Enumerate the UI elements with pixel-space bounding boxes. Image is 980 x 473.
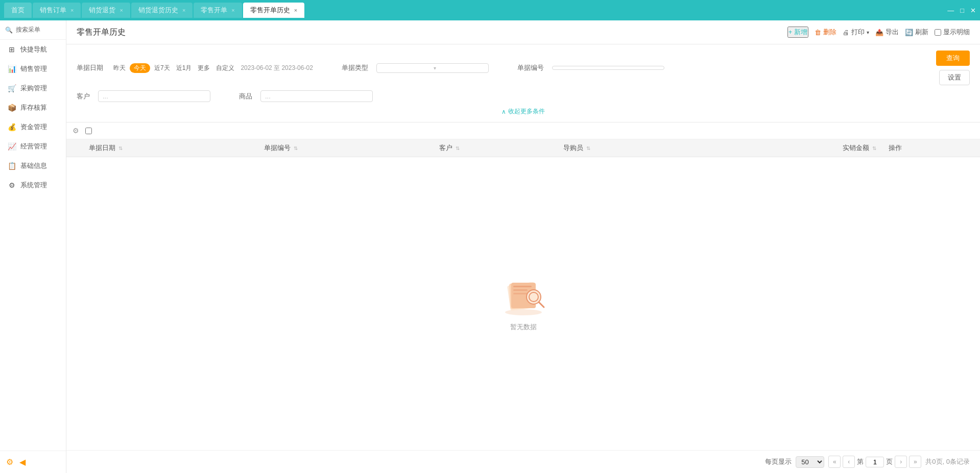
tab-home[interactable]: 首页 xyxy=(4,3,32,18)
table-area: ⚙ 单据日期 ⇅ 单据编号 ⇅ xyxy=(66,122,980,450)
date-btn-more[interactable]: 更多 xyxy=(196,63,212,73)
settings-button[interactable]: 设置 xyxy=(939,70,970,85)
refresh-button[interactable]: 🔄 刷新 xyxy=(905,28,928,37)
sidebar-item-label: 资金管理 xyxy=(20,122,47,132)
sidebar-bottom: ⚙ ◀ xyxy=(0,451,66,473)
tab-retail-open-label: 零售开单 xyxy=(201,6,227,15)
delete-icon: 🗑 xyxy=(815,29,821,36)
sidebar-collapse-icon[interactable]: ◀ xyxy=(19,457,26,467)
tab-retail-history[interactable]: 零售开单历史 × xyxy=(243,3,304,18)
sidebar-item-label: 快捷导航 xyxy=(20,45,47,54)
select-all-checkbox[interactable] xyxy=(85,128,92,134)
operations-icon: 📈 xyxy=(7,142,16,151)
customer-dots[interactable]: ... xyxy=(103,92,108,100)
date-range-display: 2023-06-02 至 2023-06-02 xyxy=(241,64,313,72)
tab-sales-return-history[interactable]: 销货退货历史 × xyxy=(131,3,193,18)
product-dots[interactable]: ... xyxy=(265,92,271,100)
purchase-mgmt-icon: 🛒 xyxy=(7,84,16,93)
th-guide[interactable]: 导购员 ⇅ xyxy=(557,139,707,157)
sidebar-search[interactable]: 🔍 搜索采单 xyxy=(0,20,66,40)
per-page-select[interactable]: 50 100 200 xyxy=(796,456,824,468)
sidebar-item-finance[interactable]: 💰 资金管理 xyxy=(0,117,66,137)
display-detail-checkbox-label[interactable]: 显示明细 xyxy=(935,28,970,37)
content-area: 零售开单历史 + 新增 🗑 删除 🖨 打印 ▾ 📤 导出 🔄 xyxy=(66,20,980,473)
table-header-row: 单据日期 ⇅ 单据编号 ⇅ 客户 ⇅ 导购员 ⇅ xyxy=(66,139,980,157)
add-button[interactable]: + 新增 xyxy=(787,27,808,38)
system-icon: ⚙ xyxy=(7,181,16,190)
type-select[interactable]: ▾ xyxy=(376,63,489,73)
search-icon: 🔍 xyxy=(5,27,13,34)
date-btn-7days[interactable]: 近7天 xyxy=(152,63,172,73)
sort-orderno-icon: ⇅ xyxy=(294,145,298,151)
date-shortcuts: 昨天 今天 近7天 近1月 更多 自定义 2023-06-02 至 2023-0… xyxy=(111,63,313,73)
order-no-input[interactable] xyxy=(552,66,664,70)
close-btn[interactable]: ✕ xyxy=(970,7,976,14)
tab-sales-order-close[interactable]: × xyxy=(70,7,74,13)
th-date[interactable]: 单据日期 ⇅ xyxy=(83,139,258,157)
quick-nav-icon: ⊞ xyxy=(7,45,16,54)
maximize-btn[interactable]: □ xyxy=(960,7,964,14)
sidebar-item-sales-mgmt[interactable]: 📊 销售管理 xyxy=(0,59,66,79)
tab-retail-history-label: 零售开单历史 xyxy=(250,6,290,15)
tab-sales-return-history-close[interactable]: × xyxy=(182,7,185,13)
table-settings-icon[interactable]: ⚙ xyxy=(73,127,79,135)
tab-sales-order[interactable]: 销售订单 × xyxy=(33,3,81,18)
date-btn-yesterday[interactable]: 昨天 xyxy=(111,63,128,73)
sort-customer-icon: ⇅ xyxy=(456,145,460,151)
query-section: 查询 设置 xyxy=(936,51,970,85)
sidebar: 🔍 搜索采单 ⊞ 快捷导航 📊 销售管理 🛒 采购管理 📦 库存核算 💰 资金管… xyxy=(0,20,66,473)
sidebar-item-label: 销售管理 xyxy=(20,64,47,73)
first-page-btn[interactable]: « xyxy=(828,456,841,468)
tab-retail-history-close[interactable]: × xyxy=(294,7,297,13)
product-input[interactable]: ... xyxy=(260,90,373,102)
sidebar-item-basic-info[interactable]: 📋 基础信息 xyxy=(0,156,66,176)
page-suffix: 页 xyxy=(886,457,893,466)
sidebar-gear-icon[interactable]: ⚙ xyxy=(6,457,13,467)
minimize-btn[interactable]: — xyxy=(947,7,954,14)
th-amount[interactable]: 实销金额 ⇅ xyxy=(707,139,882,157)
date-btn-1month[interactable]: 近1月 xyxy=(174,63,194,73)
th-order-no[interactable]: 单据编号 ⇅ xyxy=(258,139,433,157)
sidebar-item-inventory[interactable]: 📦 库存核算 xyxy=(0,98,66,117)
sidebar-item-purchase-mgmt[interactable]: 🛒 采购管理 xyxy=(0,79,66,98)
top-tabbar: 首页 销售订单 × 销货退货 × 销货退货历史 × 零售开单 × 零售开单历史 … xyxy=(0,0,980,20)
sidebar-item-quick-nav[interactable]: ⊞ 快捷导航 xyxy=(0,40,66,59)
date-btn-custom[interactable]: 自定义 xyxy=(214,63,236,73)
export-button[interactable]: 📤 导出 xyxy=(875,28,899,37)
sidebar-item-label: 采购管理 xyxy=(20,84,47,93)
filter-area: 单据日期 昨天 今天 近7天 近1月 更多 自定义 2023-06-02 至 2… xyxy=(66,44,980,122)
next-page-btn[interactable]: › xyxy=(895,456,907,468)
inventory-icon: 📦 xyxy=(7,103,16,112)
tab-retail-open-close[interactable]: × xyxy=(231,7,234,13)
collapse-filter-btn[interactable]: ∧ 收起更多条件 xyxy=(77,107,970,116)
svg-rect-4 xyxy=(513,286,532,287)
pagination: 每页显示 50 100 200 « ‹ 第 页 › » 共0页, 0条记录 xyxy=(66,450,980,473)
print-arrow-icon: ▾ xyxy=(867,30,869,35)
svg-line-9 xyxy=(539,302,544,307)
svg-rect-5 xyxy=(513,289,528,291)
sidebar-item-operations[interactable]: 📈 经营管理 xyxy=(0,137,66,156)
query-button[interactable]: 查询 xyxy=(936,51,970,66)
export-icon: 📤 xyxy=(875,29,883,36)
th-customer[interactable]: 客户 ⇅ xyxy=(433,139,557,157)
sidebar-item-system[interactable]: ⚙ 系统管理 xyxy=(0,176,66,195)
last-page-btn[interactable]: » xyxy=(909,456,921,468)
print-button[interactable]: 🖨 打印 ▾ xyxy=(843,28,869,37)
date-btn-today[interactable]: 今天 xyxy=(130,63,150,73)
tab-retail-open[interactable]: 零售开单 × xyxy=(194,3,242,18)
prev-page-btn[interactable]: ‹ xyxy=(843,456,855,468)
sort-amount-icon: ⇅ xyxy=(872,145,876,151)
delete-button[interactable]: 🗑 删除 xyxy=(815,28,836,37)
tab-sales-return-close[interactable]: × xyxy=(119,7,123,13)
type-dropdown-icon: ▾ xyxy=(434,65,484,71)
customer-input[interactable]: ... xyxy=(98,90,210,102)
header-actions: + 新增 🗑 删除 🖨 打印 ▾ 📤 导出 🔄 刷新 xyxy=(787,27,970,38)
page-number-input[interactable] xyxy=(866,457,884,467)
sort-guide-icon: ⇅ xyxy=(586,145,590,151)
display-detail-checkbox[interactable] xyxy=(935,29,941,36)
empty-state: 暂无数据 xyxy=(66,157,980,450)
customer-label: 客户 xyxy=(77,92,90,101)
tab-sales-return-label: 销货退货 xyxy=(89,6,115,15)
tab-sales-return[interactable]: 销货退货 × xyxy=(82,3,130,18)
th-operation: 操作 xyxy=(882,139,980,157)
